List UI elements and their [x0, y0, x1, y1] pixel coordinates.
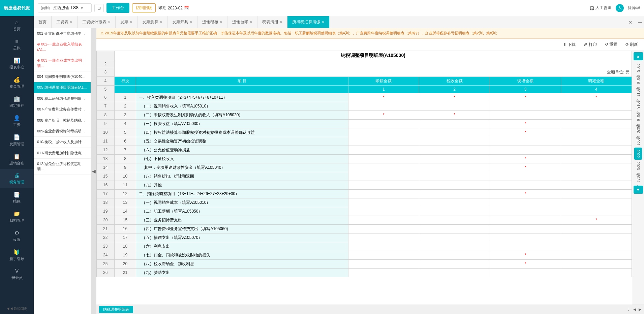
data-cell[interactable]	[490, 216, 561, 224]
data-cell[interactable]	[490, 207, 561, 216]
print-button[interactable]: 🖨 打印	[582, 41, 599, 49]
tab-invoice[interactable]: 发票 ✕	[116, 16, 137, 28]
data-cell[interactable]: *	[490, 189, 561, 198]
data-cell[interactable]: *	[490, 93, 561, 102]
sidebar-item-settings[interactable]: ⚙ 设置	[0, 226, 34, 246]
old-version-button[interactable]: 切到旧版	[132, 3, 156, 12]
sidebar-item-home[interactable]: ⌂ 首页	[0, 16, 34, 35]
year-item-2019[interactable]: 2019年	[634, 111, 642, 123]
left-panel-item-ad[interactable]: 007-广告费和业务宣传费时...	[34, 104, 91, 115]
data-cell[interactable]	[348, 198, 419, 207]
copy-button[interactable]: ⊡	[94, 4, 104, 12]
tab-home[interactable]: 首页	[34, 16, 52, 28]
bottom-tab-tax-adjust[interactable]: 纳税调整明细表	[99, 306, 133, 313]
sidebar-item-purchase[interactable]: 📋 进销台账	[0, 150, 34, 169]
data-cell[interactable]	[419, 216, 490, 224]
data-cell[interactable]	[419, 163, 490, 172]
sidebar-item-archive[interactable]: 📁 归档管理	[0, 207, 34, 226]
data-cell[interactable]	[419, 268, 490, 277]
data-cell[interactable]	[419, 128, 490, 137]
left-panel-item-income[interactable]: ⊗ 002-一般企业收入明细表(A1...	[34, 39, 91, 55]
data-cell[interactable]	[419, 172, 490, 181]
data-cell[interactable]	[419, 207, 490, 216]
left-panel-item-corp-tax[interactable]: 001-企业所得税年度纳税申...	[34, 28, 91, 39]
data-cell[interactable]	[561, 189, 632, 198]
refresh-button[interactable]: ⟳ 刷新	[623, 41, 640, 49]
assistant-button[interactable]: 🎧 人工咨询	[589, 5, 612, 11]
sidebar-item-ledger[interactable]: ≡ 总账	[0, 35, 34, 54]
left-panel-item-payroll-tax[interactable]: 006-职工薪酬纳税调整明细...	[34, 93, 91, 104]
year-item-2016[interactable]: 2016年	[634, 74, 642, 86]
data-cell[interactable]	[561, 198, 632, 207]
data-cell[interactable]: *	[490, 251, 561, 259]
tab-tax-calc-close[interactable]: ✕	[322, 20, 325, 24]
data-cell[interactable]	[561, 207, 632, 216]
data-cell[interactable]	[348, 102, 419, 111]
data-cell[interactable]	[561, 251, 632, 259]
year-scroll-down[interactable]: ▼	[634, 186, 643, 194]
data-cell[interactable]	[490, 242, 561, 251]
left-panel-item-credit[interactable]: 009-企业所得税弥补亏损明...	[34, 126, 91, 137]
data-cell[interactable]	[348, 181, 419, 189]
data-cell[interactable]	[561, 102, 632, 111]
sidebar-item-fixed-asset[interactable]: 🏢 固定资产	[0, 92, 34, 112]
data-cell[interactable]	[348, 216, 419, 224]
left-panel-item-small[interactable]: 012-减免企业所得税优惠明细...	[34, 159, 91, 175]
tab-invoice-calc-close[interactable]: ✕	[160, 20, 162, 24]
data-cell[interactable]	[419, 119, 490, 128]
bottom-scroll-left[interactable]: ◀	[633, 307, 636, 312]
data-cell[interactable]	[419, 146, 490, 154]
tab-tax-clear-close[interactable]: ✕	[280, 20, 282, 24]
data-cell[interactable]	[561, 259, 632, 268]
data-cell[interactable]	[490, 198, 561, 207]
data-cell[interactable]	[348, 189, 419, 198]
data-cell[interactable]	[348, 233, 419, 242]
data-cell[interactable]	[490, 224, 561, 233]
data-cell[interactable]: *	[348, 111, 419, 119]
data-cell[interactable]	[419, 233, 490, 242]
data-cell[interactable]	[561, 233, 632, 242]
sidebar-item-tax[interactable]: 🖨 税务管理	[0, 169, 34, 188]
data-cell[interactable]	[490, 111, 561, 119]
left-panel-item-rd[interactable]: 011-研发费用加计扣除优惠...	[34, 148, 91, 159]
data-cell[interactable]: *	[490, 119, 561, 128]
year-item-2024[interactable]: 2024年	[634, 172, 642, 184]
data-cell[interactable]	[348, 146, 419, 154]
left-panel-item-exempt[interactable]: 010-免税、减计收入及加计...	[34, 137, 91, 148]
data-cell[interactable]	[348, 224, 419, 233]
tab-purchase-ledger[interactable]: 进销台账 ✕	[227, 16, 257, 28]
tab-invoice-open[interactable]: 发票开具 ✕	[167, 16, 197, 28]
data-cell[interactable]	[348, 259, 419, 268]
minimize-button[interactable]: —	[636, 20, 644, 25]
user-avatar[interactable]: 人	[616, 4, 624, 12]
data-cell[interactable]	[490, 181, 561, 189]
data-cell[interactable]	[348, 154, 419, 163]
data-cell[interactable]	[490, 146, 561, 154]
data-cell[interactable]	[419, 181, 490, 189]
data-cell[interactable]	[561, 163, 632, 172]
data-cell[interactable]	[419, 198, 490, 207]
data-cell[interactable]	[561, 181, 632, 189]
year-item-2017[interactable]: 2017年	[634, 86, 642, 98]
data-cell[interactable]: *	[490, 259, 561, 268]
data-cell[interactable]	[561, 119, 632, 128]
workbench-button[interactable]: 工作台	[106, 3, 129, 13]
collapse-panel-button[interactable]: ◀	[91, 28, 96, 314]
left-panel-item-period[interactable]: 004-期间费用明细表(A1040...	[34, 71, 91, 82]
data-cell[interactable]	[348, 251, 419, 259]
data-cell[interactable]	[561, 111, 632, 119]
data-cell[interactable]	[419, 102, 490, 111]
data-cell[interactable]	[561, 137, 632, 146]
data-cell[interactable]	[419, 242, 490, 251]
data-cell[interactable]	[561, 128, 632, 137]
year-scroll-up[interactable]: ▲	[634, 52, 643, 60]
tab-payroll-stat-close[interactable]: ✕	[108, 20, 111, 24]
data-cell[interactable]: *	[561, 216, 632, 224]
data-cell[interactable]	[419, 251, 490, 259]
data-cell[interactable]	[490, 233, 561, 242]
data-cell[interactable]: *	[419, 93, 490, 102]
bottom-scroll-right[interactable]: ▶	[639, 307, 641, 312]
sidebar-item-settlement[interactable]: 📑 结账	[0, 188, 34, 207]
tab-invoice-close[interactable]: ✕	[130, 20, 132, 24]
sidebar-item-member[interactable]: V 畅会员	[0, 265, 34, 284]
